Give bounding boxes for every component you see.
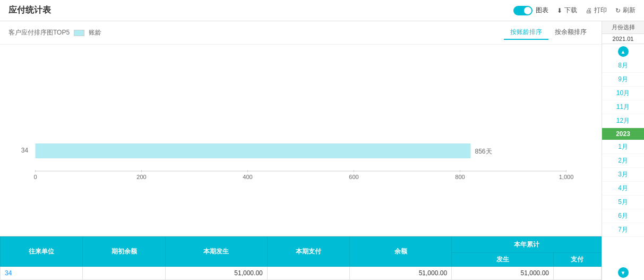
main-content: 客户应付排序图TOP5 账龄 按账龄排序 按余额排序 34 856天 — [0, 21, 644, 280]
bar-chart: 34 856天 0 200 400 600 800 1,000 — [8, 49, 593, 198]
download-label: 下载 — [564, 6, 577, 15]
print-icon: 🖨 — [586, 7, 592, 14]
chart-bar — [36, 143, 471, 158]
refresh-label: 刷新 — [623, 6, 636, 15]
table-area: 往来单位 期初余额 本期发生 本期支付 余额 本年累计 发生 支付 — [0, 236, 602, 280]
refresh-button[interactable]: ↻ 刷新 — [615, 6, 636, 15]
vendor-cell: 34 — [1, 267, 83, 280]
print-label: 打印 — [594, 6, 607, 15]
tab-by-balance[interactable]: 按余额排序 — [548, 26, 593, 40]
current_pay-cell — [267, 267, 349, 280]
month-item[interactable]: 4月 — [602, 182, 644, 196]
month-item[interactable]: 11月 — [602, 100, 644, 114]
opening-cell — [83, 267, 165, 280]
col-balance-header: 余额 — [350, 237, 452, 267]
svg-text:856天: 856天 — [475, 148, 492, 155]
tab-by-amount[interactable]: 按账龄排序 — [504, 26, 548, 40]
download-icon: ⬇ — [557, 7, 562, 14]
month-item[interactable]: 9月 — [602, 73, 644, 87]
app-container: 应付统计表 图表 ⬇ 下载 🖨 打印 ↻ 刷新 — [0, 0, 644, 280]
col-current-pay-header: 本期支付 — [267, 237, 349, 267]
sidebar-nav-up: ▲ — [602, 44, 644, 59]
header-actions: 图表 ⬇ 下载 🖨 打印 ↻ 刷新 — [513, 6, 636, 15]
svg-text:34: 34 — [21, 147, 29, 154]
col-current-occur-header: 本期发生 — [165, 237, 267, 267]
chart-toggle[interactable] — [513, 6, 533, 15]
month-list: 8月9月10月11月12月20231月2月3月4月5月6月7月 — [602, 59, 644, 265]
data-table: 往来单位 期初余额 本期发生 本期支付 余额 本年累计 发生 支付 — [0, 236, 602, 280]
col-ytd-pay-header: 支付 — [553, 253, 601, 267]
month-item[interactable]: 5月 — [602, 196, 644, 209]
month-item[interactable]: 7月 — [602, 223, 644, 237]
chart-tabs: 按账龄排序 按余额排序 — [504, 26, 593, 40]
legend-label: 账龄 — [89, 28, 101, 37]
refresh-icon: ↻ — [615, 7, 621, 14]
nav-down-button[interactable]: ▼ — [618, 267, 629, 278]
table-row: 3451,000.0051,000.0051,000.00 — [1, 267, 602, 280]
vendor-link[interactable]: 34 — [5, 269, 12, 277]
svg-text:1,000: 1,000 — [559, 174, 574, 180]
download-button[interactable]: ⬇ 下载 — [557, 6, 577, 15]
svg-text:200: 200 — [136, 174, 146, 180]
chart-toggle-label: 图表 — [536, 6, 548, 15]
ytd_pay-cell — [553, 267, 601, 280]
svg-text:800: 800 — [455, 174, 465, 180]
right-sidebar: 月份选择 ▲ 8月9月10月11月12月20231月2月3月4月5月6月7月 ▼ — [602, 21, 644, 280]
chart-header: 客户应付排序图TOP5 账龄 按账龄排序 按余额排序 — [0, 21, 602, 45]
chart-svg-container: 34 856天 0 200 400 600 800 1,000 — [0, 45, 602, 236]
month-item[interactable]: 8月 — [602, 59, 644, 73]
legend-title: 客户应付排序图TOP5 — [8, 28, 70, 37]
page-title: 应付统计表 — [8, 5, 51, 16]
legend-box — [74, 30, 84, 36]
svg-text:0: 0 — [33, 174, 37, 180]
sidebar-year-input[interactable] — [602, 34, 644, 44]
sidebar-month-header: 月份选择 — [602, 21, 644, 34]
print-button[interactable]: 🖨 打印 — [586, 6, 607, 15]
col-ytd-occur-header: 发生 — [452, 253, 554, 267]
ytd_occur-cell: 51,000.00 — [452, 267, 554, 280]
month-item[interactable]: 12月 — [602, 114, 644, 128]
current_occur-cell: 51,000.00 — [165, 267, 267, 280]
sidebar-nav-down: ▼ — [602, 265, 644, 280]
chart-toggle-container[interactable]: 图表 — [513, 6, 548, 15]
nav-up-button[interactable]: ▲ — [618, 46, 629, 57]
header: 应付统计表 图表 ⬇ 下载 🖨 打印 ↻ 刷新 — [0, 0, 644, 21]
col-opening-header: 期初余额 — [83, 237, 165, 267]
chart-area: 客户应付排序图TOP5 账龄 按账龄排序 按余额排序 34 856天 — [0, 21, 602, 280]
svg-text:400: 400 — [243, 174, 252, 180]
chart-legend: 客户应付排序图TOP5 账龄 — [8, 28, 101, 37]
month-item[interactable]: 1月 — [602, 140, 644, 154]
month-item[interactable]: 3月 — [602, 168, 644, 182]
month-item[interactable]: 10月 — [602, 87, 644, 100]
month-item[interactable]: 2023 — [602, 128, 644, 140]
col-vendor-header: 往来单位 — [1, 237, 83, 267]
month-item[interactable]: 6月 — [602, 209, 644, 223]
balance-cell: 51,000.00 — [350, 267, 452, 280]
svg-text:600: 600 — [349, 174, 358, 180]
month-item[interactable]: 2月 — [602, 154, 644, 168]
col-ytd-header: 本年累计 — [452, 237, 602, 253]
